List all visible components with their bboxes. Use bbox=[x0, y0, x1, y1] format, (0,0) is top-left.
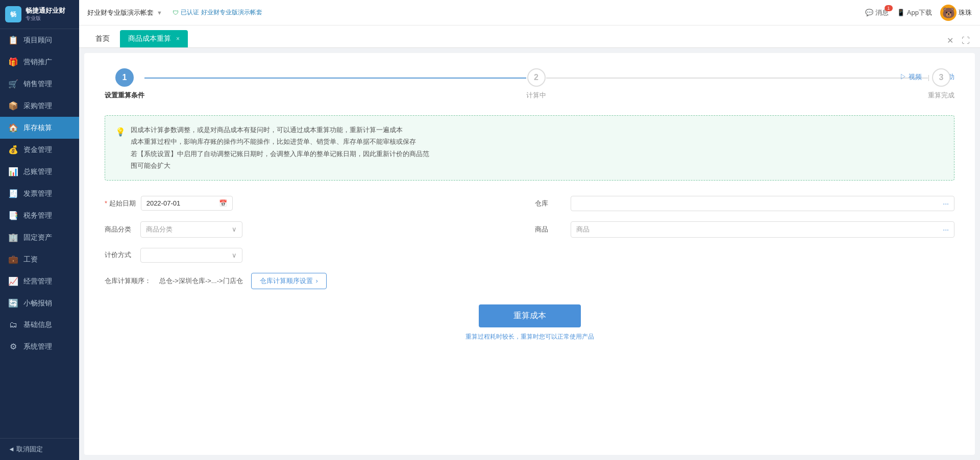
sidebar-item-tax[interactable]: 📑 税务管理 bbox=[0, 205, 79, 226]
user-menu[interactable]: 🐻 珠珠 bbox=[940, 5, 972, 21]
sidebar-header: 畅 畅捷通好业财 专业版 bbox=[0, 0, 79, 29]
tabbar: 首页 商品成本重算 × ✕ ⛶ bbox=[79, 25, 980, 48]
calc-order-row: 仓库计算顺序： 总仓->深圳仓库->...->门店仓 仓库计算顺序设置 › bbox=[105, 273, 954, 289]
notice-content: 因成本计算参数调整，或是对商品成本有疑问时，可以通过成本重算功能，重新计算一遍成… bbox=[131, 124, 429, 172]
verified-desc: 好业财专业版演示帐套 bbox=[201, 8, 262, 17]
sidebar-item-invoice[interactable]: 🧾 发票管理 bbox=[0, 183, 79, 205]
expense-icon: 🔄 bbox=[8, 298, 18, 308]
avatar: 🐻 bbox=[940, 5, 957, 21]
sidebar-footer-label: ◄ 取消固定 bbox=[8, 445, 43, 454]
topbar-actions: 💬 消息 1 📱 App下载 🐻 珠珠 bbox=[865, 5, 972, 21]
sidebar-item-label: 经营管理 bbox=[23, 277, 52, 286]
tab-home-label: 首页 bbox=[95, 34, 110, 42]
app-download-button[interactable]: 📱 App下载 bbox=[897, 8, 932, 17]
operations-icon: 📈 bbox=[8, 276, 18, 286]
step-2-label: 计算中 bbox=[526, 91, 546, 100]
sidebar-item-label: 资金管理 bbox=[23, 145, 52, 155]
step-3-circle: 3 bbox=[932, 68, 950, 87]
form-row-1: 起始日期 2022-07-01 📅 仓库 ··· bbox=[105, 196, 954, 211]
verified-text: 已认证 bbox=[181, 8, 199, 17]
start-date-value: 2022-07-01 bbox=[146, 199, 215, 207]
basic-icon: 🗂 bbox=[8, 320, 18, 329]
notice-line-4: 围可能会扩大 bbox=[131, 160, 429, 171]
dropdown-chevron-icon-2: ∨ bbox=[232, 251, 237, 259]
notice-line-2: 成本重算过程中，影响库存账的操作均不能操作，比如进货单、销货单、库存单据不能审核… bbox=[131, 136, 429, 147]
sidebar-item-marketing[interactable]: 🎁 营销推广 bbox=[0, 51, 79, 73]
sidebar-item-inventory[interactable]: 🏠 库存核算 bbox=[0, 117, 79, 139]
tab-cost-recalc-label: 商品成本重算 bbox=[128, 34, 171, 42]
step-1: 1 设置重算条件 bbox=[105, 68, 144, 100]
main-content: 1 设置重算条件 2 计算中 3 重算完成 ▷ 视频 | ? bbox=[84, 53, 975, 455]
goods-field: 商品 商品 ··· bbox=[535, 221, 955, 238]
sidebar-edition: 专业版 bbox=[26, 15, 65, 22]
form-section: 起始日期 2022-07-01 📅 仓库 ··· 商品分类 bbox=[105, 196, 954, 289]
sidebar: 畅 畅捷通好业财 专业版 📋 项目顾问 🎁 营销推广 🛒 销售管理 📦 采购管理… bbox=[0, 0, 79, 460]
invoice-icon: 🧾 bbox=[8, 189, 18, 198]
goods-placeholder: 商品 bbox=[576, 225, 590, 234]
tab-cost-recalc[interactable]: 商品成本重算 × bbox=[120, 30, 188, 47]
goods-label: 商品 bbox=[535, 225, 566, 234]
sidebar-logo: 畅 bbox=[5, 6, 21, 22]
step-3: 3 重算完成 bbox=[928, 68, 954, 100]
start-date-input[interactable]: 2022-07-01 📅 bbox=[141, 196, 233, 211]
warehouse-input[interactable]: ··· bbox=[571, 196, 955, 211]
tab-home[interactable]: 首页 bbox=[87, 30, 118, 47]
sidebar-item-label: 系统管理 bbox=[23, 342, 52, 351]
submit-section: 重算成本 重算过程耗时较长，重算时您可以正常使用产品 bbox=[105, 304, 954, 341]
submit-hint: 重算过程耗时较长，重算时您可以正常使用产品 bbox=[465, 333, 594, 341]
goods-select-dots[interactable]: ··· bbox=[943, 225, 949, 234]
system-icon: ⚙ bbox=[8, 342, 18, 351]
sidebar-item-accounting[interactable]: 📊 总账管理 bbox=[0, 161, 79, 183]
sidebar-item-project[interactable]: 📋 项目顾问 bbox=[0, 29, 79, 51]
sidebar-app-name: 畅捷通好业财 bbox=[26, 7, 65, 15]
notice-icon: 💡 bbox=[115, 125, 126, 172]
project-icon: 📋 bbox=[8, 35, 18, 45]
sidebar-item-label: 固定资产 bbox=[23, 233, 52, 242]
sidebar-item-operations[interactable]: 📈 经营管理 bbox=[0, 270, 79, 292]
accounting-icon: 📊 bbox=[8, 167, 18, 176]
sidebar-item-system[interactable]: ⚙ 系统管理 bbox=[0, 336, 79, 357]
sidebar-item-label: 小畅报销 bbox=[23, 299, 52, 308]
warehouse-label: 仓库 bbox=[535, 199, 566, 208]
username: 珠珠 bbox=[959, 8, 972, 17]
tax-icon: 📑 bbox=[8, 211, 18, 220]
dropdown-icon: ▼ bbox=[157, 10, 162, 16]
tab-close-icon[interactable]: × bbox=[176, 35, 180, 42]
account-name: 好业财专业版演示帐套 bbox=[87, 8, 154, 17]
category-label: 商品分类 bbox=[105, 225, 135, 234]
sidebar-item-sales[interactable]: 🛒 销售管理 bbox=[0, 73, 79, 95]
close-window-icon[interactable]: ✕ bbox=[945, 34, 955, 47]
video-link[interactable]: ▷ 视频 bbox=[900, 72, 922, 82]
sidebar-item-expense[interactable]: 🔄 小畅报销 bbox=[0, 292, 79, 314]
account-selector[interactable]: 好业财专业版演示帐套 ▼ bbox=[87, 8, 162, 17]
sidebar-item-basic[interactable]: 🗂 基础信息 bbox=[0, 314, 79, 336]
notification-badge: 1 bbox=[885, 5, 893, 11]
message-button[interactable]: 💬 消息 1 bbox=[865, 8, 889, 17]
sidebar-item-finance[interactable]: 💰 资金管理 bbox=[0, 139, 79, 161]
sidebar-item-label: 基础信息 bbox=[23, 320, 52, 329]
dropdown-chevron-icon: ∨ bbox=[232, 225, 237, 233]
sidebar-nav: 📋 项目顾问 🎁 营销推广 🛒 销售管理 📦 采购管理 🏠 库存核算 💰 资金管… bbox=[0, 29, 79, 438]
sidebar-item-label: 营销推广 bbox=[23, 58, 52, 67]
sidebar-item-salary[interactable]: 💼 工资 bbox=[0, 248, 79, 270]
step-3-label: 重算完成 bbox=[928, 91, 954, 100]
step-2-circle: 2 bbox=[527, 68, 546, 87]
sidebar-item-purchase[interactable]: 📦 采购管理 bbox=[0, 95, 79, 117]
sales-icon: 🛒 bbox=[8, 79, 18, 89]
maximize-icon[interactable]: ⛶ bbox=[960, 34, 972, 47]
calc-order-settings-button[interactable]: 仓库计算顺序设置 › bbox=[251, 273, 327, 289]
goods-input[interactable]: 商品 ··· bbox=[571, 221, 955, 238]
pricing-select[interactable]: ∨ bbox=[140, 248, 242, 263]
sidebar-item-assets[interactable]: 🏢 固定资产 bbox=[0, 226, 79, 248]
category-select[interactable]: 商品分类 ∨ bbox=[140, 221, 242, 238]
verified-badge: 🛡 已认证 好业财专业版演示帐套 bbox=[173, 8, 262, 17]
message-icon: 💬 bbox=[865, 9, 873, 16]
sidebar-item-label: 工资 bbox=[23, 255, 38, 264]
recalc-cost-button[interactable]: 重算成本 bbox=[479, 304, 581, 327]
topbar: 好业财专业版演示帐套 ▼ 🛡 已认证 好业财专业版演示帐套 💬 消息 1 📱 A… bbox=[79, 0, 980, 25]
warehouse-select-dots[interactable]: ··· bbox=[943, 199, 949, 208]
sidebar-unpin-button[interactable]: ◄ 取消固定 bbox=[0, 438, 79, 460]
phone-icon: 📱 bbox=[897, 9, 905, 16]
calendar-icon[interactable]: 📅 bbox=[219, 199, 227, 207]
notice-box: 💡 因成本计算参数调整，或是对商品成本有疑问时，可以通过成本重算功能，重新计算一… bbox=[105, 115, 954, 181]
